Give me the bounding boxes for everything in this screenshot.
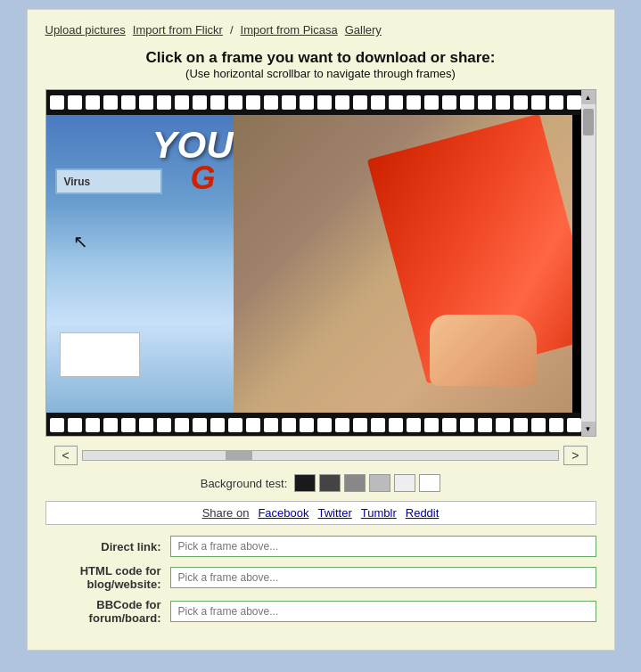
gallery-link[interactable]: Gallery xyxy=(345,23,382,37)
film-hole xyxy=(68,418,82,432)
film-hole xyxy=(210,418,225,432)
bbcode-label: BBCode for forum/board: xyxy=(45,598,161,625)
flickr-link[interactable]: Import from Flickr xyxy=(133,23,223,37)
film-hole xyxy=(460,418,474,432)
frame-left-content: YOU G Virus ↖ xyxy=(46,115,234,413)
film-hole xyxy=(514,95,528,110)
picasa-link[interactable]: Import from Picasa xyxy=(241,23,338,37)
reddit-link[interactable]: Reddit xyxy=(406,506,440,520)
film-hole xyxy=(567,418,581,432)
film-hole xyxy=(246,95,260,110)
film-hole xyxy=(86,95,100,110)
film-hole xyxy=(371,95,385,110)
film-hole xyxy=(442,418,456,432)
film-hole xyxy=(228,418,242,432)
film-hole xyxy=(193,95,207,110)
film-hole xyxy=(496,95,510,110)
film-hole xyxy=(103,95,118,110)
bg-swatch-1[interactable] xyxy=(294,474,316,492)
film-hole xyxy=(282,418,296,432)
film-hole xyxy=(353,418,367,432)
film-hole xyxy=(407,95,421,110)
film-hole xyxy=(175,95,189,110)
heading-line2: (Use horizontal scrollbar to navigate th… xyxy=(45,67,596,80)
film-hole xyxy=(50,418,64,432)
hand-shape xyxy=(430,315,537,386)
heading-line1: Click on a frame you want to download or… xyxy=(45,49,596,67)
filmstrip-top xyxy=(46,90,596,115)
background-test-row: Background test: xyxy=(45,474,596,492)
film-hole xyxy=(282,95,296,110)
film-hole xyxy=(139,418,153,432)
film-hole xyxy=(389,95,403,110)
html-code-label: HTML code for blog/website: xyxy=(45,564,161,591)
nav-separator: / xyxy=(230,23,234,37)
upload-link[interactable]: Upload pictures xyxy=(45,23,126,37)
main-container: Upload pictures Import from Flickr / Imp… xyxy=(27,9,615,651)
prev-frame-button[interactable]: < xyxy=(54,446,78,465)
bbcode-row: BBCode for forum/board: xyxy=(45,598,596,625)
film-hole xyxy=(478,418,492,432)
film-hole xyxy=(514,418,528,432)
film-hole xyxy=(50,95,64,110)
film-hole xyxy=(460,95,474,110)
film-hole xyxy=(549,418,563,432)
film-hole xyxy=(353,95,367,110)
film-hole xyxy=(389,418,403,432)
film-hole xyxy=(139,95,153,110)
film-hole xyxy=(86,418,100,432)
cursor-icon: ↖ xyxy=(73,231,88,252)
film-hole xyxy=(335,418,349,432)
frame-right[interactable] xyxy=(234,115,572,413)
next-frame-button[interactable]: > xyxy=(563,446,587,465)
film-hole xyxy=(121,418,136,432)
bg-swatch-4[interactable] xyxy=(369,474,390,492)
film-hole xyxy=(157,418,171,432)
direct-link-input[interactable] xyxy=(170,536,596,557)
vertical-scrollbar[interactable]: ▲ ▼ xyxy=(581,90,596,436)
tumblr-link[interactable]: Tumblr xyxy=(361,506,397,520)
film-hole xyxy=(335,95,349,110)
bg-swatch-2[interactable] xyxy=(319,474,341,492)
direct-link-label: Direct link: xyxy=(45,540,161,553)
film-hole xyxy=(496,418,510,432)
film-hole xyxy=(317,95,332,110)
scroll-up-button[interactable]: ▲ xyxy=(581,90,596,104)
film-hole xyxy=(567,95,581,110)
film-hole xyxy=(157,95,171,110)
film-hole xyxy=(424,95,439,110)
facebook-link[interactable]: Facebook xyxy=(258,506,308,520)
horizontal-scrollbar-track[interactable] xyxy=(82,450,560,461)
filmstrip-area: YOU G Virus ↖ xyxy=(45,89,596,437)
bg-swatch-6[interactable] xyxy=(419,474,440,492)
horizontal-nav: < > xyxy=(45,446,596,465)
scroll-thumb[interactable] xyxy=(583,109,594,135)
bg-swatch-5[interactable] xyxy=(394,474,415,492)
film-hole xyxy=(228,95,242,110)
html-code-row: HTML code for blog/website: xyxy=(45,564,596,591)
bg-test-label: Background test: xyxy=(201,477,288,490)
film-hole xyxy=(442,95,456,110)
film-hole xyxy=(300,95,314,110)
share-on-label: Share on xyxy=(202,506,250,520)
film-hole xyxy=(175,418,189,432)
html-code-input[interactable] xyxy=(170,567,596,588)
film-hole xyxy=(549,95,563,110)
film-hole xyxy=(300,418,314,432)
film-hole xyxy=(531,418,546,432)
horizontal-scrollbar-thumb[interactable] xyxy=(226,451,252,460)
film-hole xyxy=(478,95,492,110)
bbcode-input[interactable] xyxy=(170,601,596,622)
g-text: G xyxy=(190,160,215,197)
film-hole xyxy=(264,95,278,110)
film-hole xyxy=(317,418,332,432)
virus-label: Virus xyxy=(64,176,91,188)
film-hole xyxy=(371,418,385,432)
film-hole xyxy=(68,95,82,110)
virus-box: Virus xyxy=(55,168,162,194)
filmstrip-bottom xyxy=(46,413,596,437)
twitter-link[interactable]: Twitter xyxy=(318,506,352,520)
scroll-down-button[interactable]: ▼ xyxy=(581,422,596,436)
bg-swatch-3[interactable] xyxy=(344,474,366,492)
frame-left[interactable]: YOU G Virus ↖ xyxy=(46,115,234,413)
